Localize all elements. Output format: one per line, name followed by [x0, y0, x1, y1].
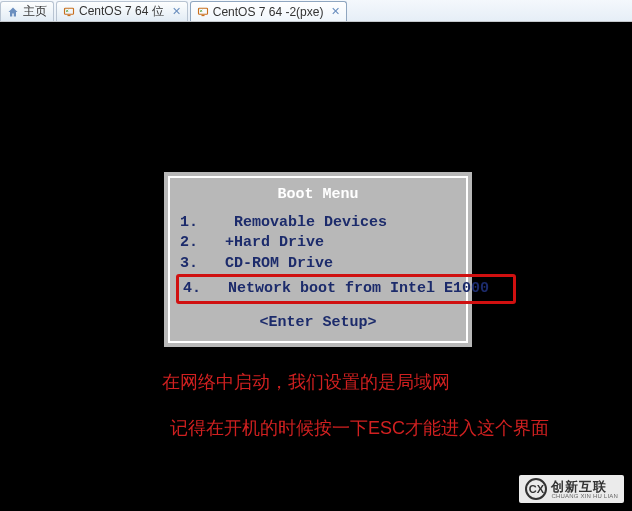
tab-vm-2[interactable]: CentOS 7 64 -2(pxe) ✕ [190, 1, 348, 21]
boot-item-network[interactable]: 4. Network boot from Intel E1000 [176, 274, 516, 304]
watermark-text: 创新互联 CHUANG XIN HU LIAN [551, 480, 618, 499]
svg-rect-3 [201, 15, 204, 16]
monitor-icon [197, 6, 209, 18]
boot-menu-title: Boot Menu [180, 186, 456, 203]
tab-label: CentOS 7 64 位 [79, 3, 164, 20]
svg-rect-2 [198, 8, 207, 14]
tab-label: CentOS 7 64 -2(pxe) [213, 5, 324, 19]
svg-rect-0 [65, 8, 74, 14]
annotation-line-1: 在网络中启动，我们设置的是局域网 [162, 370, 450, 394]
watermark-pinyin: CHUANG XIN HU LIAN [551, 493, 618, 499]
tab-bar: 主页 CentOS 7 64 位 ✕ CentOS 7 64 -2(pxe) ✕ [0, 0, 632, 22]
boot-menu-panel: Boot Menu 1. Removable Devices 2. +Hard … [168, 176, 468, 343]
svg-rect-1 [68, 15, 71, 16]
boot-menu: Boot Menu 1. Removable Devices 2. +Hard … [164, 172, 472, 347]
annotation-line-2: 记得在开机的时候按一下ESC才能进入这个界面 [170, 416, 549, 440]
boot-item-hdd[interactable]: 2. +Hard Drive [180, 233, 456, 253]
tab-label: 主页 [23, 3, 47, 20]
watermark: CX 创新互联 CHUANG XIN HU LIAN [519, 475, 624, 503]
close-icon[interactable]: ✕ [327, 5, 340, 18]
monitor-icon [63, 6, 75, 18]
home-icon [7, 6, 19, 18]
tab-vm-1[interactable]: CentOS 7 64 位 ✕ [56, 1, 188, 21]
boot-item-cdrom[interactable]: 3. CD-ROM Drive [180, 254, 456, 274]
watermark-cn: 创新互联 [551, 480, 618, 493]
vm-console[interactable]: Boot Menu 1. Removable Devices 2. +Hard … [0, 22, 632, 511]
watermark-logo-icon: CX [525, 478, 547, 500]
tab-home[interactable]: 主页 [0, 1, 54, 21]
boot-item-removable[interactable]: 1. Removable Devices [180, 213, 456, 233]
enter-setup[interactable]: <Enter Setup> [180, 314, 456, 331]
close-icon[interactable]: ✕ [168, 5, 181, 18]
